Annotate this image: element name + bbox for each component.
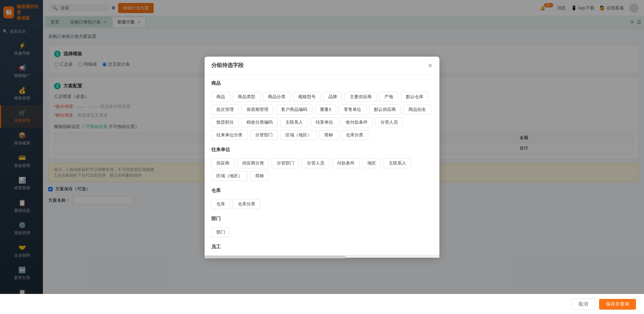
cancel-button[interactable]: 取消 bbox=[572, 299, 595, 310]
tag-source-unit-cat[interactable]: 往来单位分类 bbox=[211, 130, 248, 140]
modal-scrollbar bbox=[205, 255, 439, 258]
tag-goods-integral[interactable]: 拣货积分 bbox=[211, 117, 239, 127]
tag-warehouse[interactable]: 仓库 bbox=[211, 199, 230, 209]
tag-alias[interactable]: 简称 bbox=[250, 171, 269, 181]
tag-goods-category[interactable]: 商品分类 bbox=[263, 92, 290, 102]
save-button[interactable]: 保存并查询 bbox=[599, 299, 636, 310]
section-department-title: 部门 bbox=[211, 216, 433, 223]
tag-department[interactable]: 部门 bbox=[211, 227, 230, 237]
section-department: 部门 部门 bbox=[211, 216, 433, 237]
modal-body[interactable]: 商品 商品 商品类型 商品分类 规格型号 品牌 主要供应商 产地 默认仓库 批次… bbox=[205, 75, 439, 255]
section-partner-title: 往来单位 bbox=[211, 147, 433, 154]
tag-dept[interactable]: 分管部门 bbox=[272, 158, 299, 168]
modal-scrollbar-thumb bbox=[205, 256, 345, 258]
tag-goods-type[interactable]: 商品类型 bbox=[233, 92, 260, 102]
tag-payment-cond[interactable]: 付款条件 bbox=[332, 158, 360, 168]
tag-goods-name[interactable]: 商品 bbox=[211, 92, 230, 102]
footer-actions: 取消 保存并查询 bbox=[0, 294, 644, 314]
tag-warehouse-cat[interactable]: 仓库分类 bbox=[341, 130, 368, 140]
section-employee: 员工 业务员 bbox=[211, 244, 433, 255]
modal-title: 分组待选字段 bbox=[211, 62, 244, 69]
tag-area-partner[interactable]: 区域（地区） bbox=[211, 171, 248, 181]
modal-header: 分组待选字段 ✕ bbox=[205, 57, 439, 75]
tag-default-supplier[interactable]: 默认供应商 bbox=[369, 105, 401, 115]
tag-default-warehouse[interactable]: 默认仓库 bbox=[401, 92, 428, 102]
tag-expiry-mgmt[interactable]: 保质期管理 bbox=[241, 105, 273, 115]
section-warehouse: 仓库 仓库 仓库分类 bbox=[211, 188, 433, 209]
tag-batch-mgmt[interactable]: 批次管理 bbox=[211, 105, 239, 115]
tag-warehouse-cat2[interactable]: 仓库分类 bbox=[233, 199, 260, 209]
tag-goods-spec[interactable]: 规格型号 bbox=[293, 92, 321, 102]
tag-settlement-unit[interactable]: 结算单位 bbox=[311, 117, 338, 127]
section-goods: 商品 商品 商品类型 商品分类 规格型号 品牌 主要供应商 产地 默认仓库 批次… bbox=[211, 80, 433, 140]
field-tags-goods: 商品 商品类型 商品分类 规格型号 品牌 主要供应商 产地 默认仓库 批次管理 … bbox=[211, 92, 433, 140]
tag-weight3[interactable]: 重量3 bbox=[315, 105, 336, 115]
tag-goods-alias[interactable]: 商品别名 bbox=[404, 105, 431, 115]
tag-supplier[interactable]: 供应商 bbox=[211, 158, 234, 168]
tag-supplier-cat[interactable]: 供应商分类 bbox=[237, 158, 269, 168]
modal: 分组待选字段 ✕ 商品 商品 商品类型 商品分类 规格型号 品牌 主要供应商 产… bbox=[205, 57, 439, 258]
section-partner: 往来单位 供应商 供应商分类 分管部门 分管人员 付款条件 地区 主联系人 区域… bbox=[211, 147, 433, 181]
tag-area-region[interactable]: 区域（地区） bbox=[280, 130, 317, 140]
tag-contact[interactable]: 主联系人 bbox=[280, 117, 308, 127]
section-warehouse-title: 仓库 bbox=[211, 188, 433, 195]
tag-payment-terms[interactable]: 收付款条件 bbox=[341, 117, 373, 127]
tag-dept-manage[interactable]: 分管部门 bbox=[250, 130, 278, 140]
section-goods-title: 商品 bbox=[211, 80, 433, 88]
modal-close-button[interactable]: ✕ bbox=[428, 62, 433, 69]
tag-main-contact[interactable]: 主联系人 bbox=[384, 158, 411, 168]
tag-origin[interactable]: 产地 bbox=[379, 92, 398, 102]
tag-customer-code[interactable]: 客户商品编码 bbox=[276, 105, 312, 115]
tag-dept-manager[interactable]: 分管人员 bbox=[302, 158, 329, 168]
tag-retail-unit[interactable]: 零售单位 bbox=[339, 105, 366, 115]
tag-main-supplier[interactable]: 主要供应商 bbox=[345, 92, 377, 102]
field-tags-partner: 供应商 供应商分类 分管部门 分管人员 付款条件 地区 主联系人 区域（地区） … bbox=[211, 158, 433, 181]
tag-brand[interactable]: 品牌 bbox=[323, 92, 342, 102]
section-employee-title: 员工 bbox=[211, 244, 433, 251]
tag-manager[interactable]: 分管人员 bbox=[375, 117, 403, 127]
field-tags-warehouse: 仓库 仓库分类 bbox=[211, 199, 433, 209]
tag-short-name[interactable]: 简称 bbox=[319, 130, 338, 140]
field-tags-department: 部门 bbox=[211, 227, 433, 237]
tag-region[interactable]: 地区 bbox=[362, 158, 381, 168]
tag-tax-code[interactable]: 税收分类编码 bbox=[241, 117, 278, 127]
